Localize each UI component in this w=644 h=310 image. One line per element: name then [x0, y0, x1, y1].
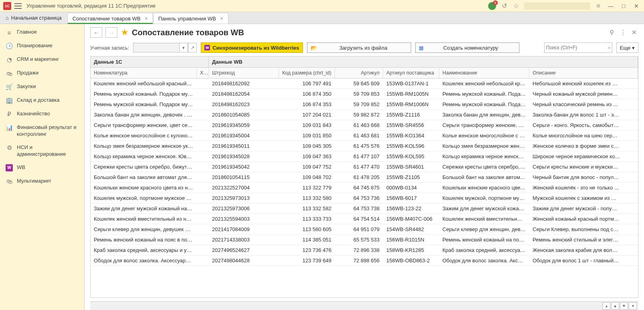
sidebar-item[interactable]: 📊Финансовый результат и контроллинг — [0, 121, 84, 141]
more-button[interactable]: Еще ▾ — [616, 42, 638, 53]
tab[interactable]: Сопоставление товаров WB× — [67, 13, 153, 24]
sidebar-item-label: Казначейство — [17, 111, 50, 117]
col-supplier-article[interactable]: Артикул поставщика — [383, 68, 439, 78]
table-row[interactable]: Ободок для волос заколка. Аксессуары…202… — [91, 256, 638, 266]
page-title: Сопоставление товаров WB — [132, 28, 244, 37]
history-icon[interactable]: ↺ — [500, 2, 508, 10]
cell-article: 59 709 853 — [335, 89, 383, 99]
table-row[interactable]: Кошелек мужской, портмоне мужское и…2021… — [91, 193, 638, 203]
cell-article: 61 463 681 — [335, 131, 383, 141]
cell-supplier: 000WB-0134 — [383, 183, 439, 193]
sidebar-icon: 🛍 — [6, 178, 13, 185]
sidebar-item[interactable]: 🛍Мультимаркет — [0, 175, 84, 188]
close-window-button[interactable]: ✕ — [632, 2, 641, 10]
minimize-button[interactable]: — — [606, 2, 615, 10]
sidebar-item[interactable]: ₽Казначейство — [0, 107, 84, 121]
sidebar-item[interactable]: WWB — [0, 161, 84, 175]
cell-chrt: 109 047 752 — [279, 162, 335, 172]
col-description[interactable]: Описание — [529, 68, 638, 78]
col-chrt-id[interactable]: Код размера (chrt_id) — [279, 68, 335, 78]
sidebar-item[interactable]: ◔CRM и маркетинг — [0, 53, 84, 66]
cell-supplier: 156WB-123-22 — [383, 203, 439, 213]
table-row[interactable]: Сережки кресты цвета серебро, бижутер…20… — [91, 162, 638, 172]
sidebar-item[interactable]: 🏢Склад и доставка — [0, 94, 84, 107]
table-row[interactable]: Ремень мужской кожаный. Подарок му…20184… — [91, 99, 638, 110]
table-row[interactable]: Кольцо керамика черное женское. Юве…2019… — [91, 151, 638, 162]
notifications-icon[interactable] — [488, 2, 496, 10]
sidebar-item[interactable]: ⚙НСИ и администрирование — [0, 141, 84, 161]
favorite-icon[interactable]: ☆ — [512, 2, 520, 10]
table-row[interactable]: Серьги клевер для женщин, девушек и …202… — [91, 224, 638, 235]
main-menu-icon[interactable] — [14, 3, 22, 9]
settings-lines-icon[interactable]: ≡ — [594, 2, 602, 10]
cell-name: Ремень мужской кожаный. Подар… — [439, 99, 529, 109]
clear-search-icon[interactable]: × — [606, 45, 613, 51]
tab[interactable]: Панель управления WB× — [153, 13, 228, 24]
table-row[interactable]: Ремень мужской кожаный. Подарок му…20184… — [91, 89, 638, 99]
table-row[interactable]: Зажим для денег мужской кожаный на …2021… — [91, 203, 638, 214]
cell-supplier: 155WB-Z1105 — [383, 172, 439, 182]
cell-nomenclature: Кошелек женский вместительный из нат… — [91, 214, 197, 224]
scroll-top-button[interactable]: ▴ — [602, 302, 610, 310]
grid-body[interactable]: Кошелек женский небольшой красный …20184… — [91, 79, 638, 298]
col-ha[interactable]: Ха — [197, 68, 209, 78]
scroll-bottom-button[interactable]: ▾ — [629, 302, 637, 310]
col-barcode[interactable]: Штрихкод — [209, 68, 279, 78]
cell-supplier: 155WB-RM1006N — [383, 99, 439, 109]
cell-barcode: 2019619345011 — [209, 141, 279, 151]
cell-ha — [197, 256, 209, 266]
cell-ha — [197, 120, 209, 130]
page-close-icon[interactable]: ✕ — [630, 28, 638, 37]
table-row[interactable]: Кошелек женский вместительный из нат…202… — [91, 214, 638, 224]
search-input[interactable] — [546, 45, 606, 50]
star-icon[interactable]: ★ — [121, 27, 129, 38]
cell-desc: Заколка-банан для волос 1 шт - э… — [529, 110, 638, 120]
scroll-down-button[interactable]: ▼ — [620, 302, 628, 310]
cell-article: 61 477 470 — [335, 162, 383, 172]
cell-article: 61 475 576 — [335, 141, 383, 151]
table-row[interactable]: Кольцо змея безразмерное женское укр…201… — [91, 141, 638, 151]
cell-article: 64 951 079 — [335, 224, 383, 234]
cell-name: Краб заколка средний, аксессуар… — [439, 245, 529, 255]
cell-chrt: 113 322 779 — [279, 183, 335, 193]
create-nomenclature-button[interactable]: ▦ Создать номенклатуру — [415, 42, 519, 53]
nav-back-button[interactable]: ← — [90, 27, 102, 38]
home-tab[interactable]: ⌂ Начальная страница — [0, 12, 67, 24]
scroll-up-button[interactable]: ▲ — [611, 302, 619, 310]
link-icon[interactable]: ⚲ — [607, 28, 616, 37]
current-user[interactable] — [524, 2, 590, 10]
maximize-button[interactable]: □ — [619, 2, 628, 10]
account-open-button[interactable]: ↗ — [188, 43, 197, 52]
cell-barcode: 2021417084009 — [209, 224, 279, 234]
account-input[interactable] — [133, 43, 179, 52]
sidebar-item[interactable]: 🕒Планирование — [0, 39, 84, 53]
table-row[interactable]: Серьги трансформер женские, цвет сер…201… — [91, 120, 638, 131]
sidebar-item[interactable]: ≡Главное — [0, 26, 84, 39]
account-dropdown-button[interactable]: ▾ — [179, 43, 188, 52]
table-row[interactable]: Краб заколка средний, аксессуары и ук…20… — [91, 245, 638, 256]
cell-barcode: 2021325594003 — [209, 214, 279, 224]
table-row[interactable]: Кошельки женские красного цвета из на…20… — [91, 183, 638, 193]
table-row[interactable]: Колье женское многослойное с кулоном…201… — [91, 131, 638, 141]
cell-ha — [197, 151, 209, 161]
close-tab-icon[interactable]: × — [145, 15, 148, 22]
close-tab-icon[interactable]: × — [220, 15, 223, 22]
col-article[interactable]: Артикул — [335, 68, 383, 78]
load-from-file-button[interactable]: 📂 Загрузить из файла — [307, 42, 411, 53]
table-row[interactable]: Заколка банан для женщин, девочек . А…20… — [91, 110, 638, 120]
cell-desc: Серьги Клевер, выполнены под с… — [529, 224, 638, 234]
table-row[interactable]: Ремень женский кожаный на пояс в под…202… — [91, 235, 638, 245]
search-box[interactable]: × — [544, 42, 612, 53]
cell-chrt: 106 797 491 — [279, 79, 335, 89]
table-row[interactable]: Кошелек женский небольшой красный …20184… — [91, 79, 638, 89]
col-name[interactable]: Наименование — [439, 68, 529, 78]
sidebar-item[interactable]: 🛍Продажи — [0, 66, 84, 80]
sidebar-item[interactable]: 🛒Закупки — [0, 80, 84, 94]
nav-forward-button[interactable]: → — [105, 27, 117, 38]
page-menu-icon[interactable]: ⋮ — [618, 28, 627, 37]
cell-supplier: 153WB-0137AN-1 — [383, 79, 439, 89]
sync-wb-button[interactable]: W Синхронизировать из Wildberries — [201, 42, 303, 53]
cell-supplier: 156WB-M407C-006 — [383, 214, 439, 224]
col-nomenclature[interactable]: Номенклатура — [91, 68, 197, 78]
table-row[interactable]: Большой бант на заколке автомат для ж…20… — [91, 172, 638, 183]
